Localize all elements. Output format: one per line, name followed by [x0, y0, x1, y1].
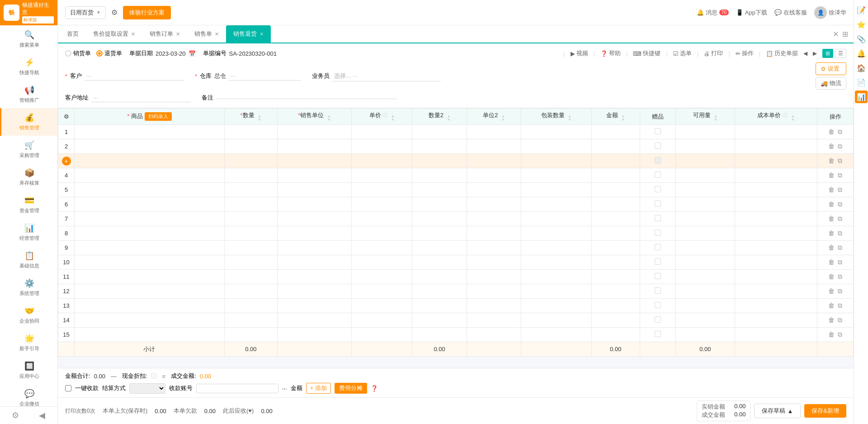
sidebar-item-system[interactable]: ⚙️系统管理	[0, 274, 57, 301]
gift-check-15[interactable]	[655, 331, 661, 337]
tab-home[interactable]: 首页	[60, 25, 86, 43]
copy-row-btn[interactable]: ⧉	[838, 215, 842, 222]
gift-check-4[interactable]	[655, 172, 661, 178]
settlement-select[interactable]	[129, 383, 165, 394]
copy-row-btn[interactable]: ⧉	[838, 244, 842, 251]
row-product-2[interactable]	[75, 139, 225, 154]
add-payment-btn[interactable]: + 添加	[306, 383, 331, 394]
delete-row-btn[interactable]: 🗑	[828, 172, 835, 179]
copy-row-btn[interactable]: ⧉	[838, 200, 842, 208]
row-product-5[interactable]	[75, 183, 225, 197]
add-row-btn[interactable]: +	[62, 157, 71, 166]
fee-split-btn[interactable]: 费用分摊	[335, 383, 367, 394]
sidebar-item-appstore[interactable]: 🔲应用中心	[0, 357, 57, 384]
gift-check-6[interactable]	[655, 200, 661, 207]
row-product-10[interactable]	[75, 255, 225, 270]
copy-row-btn[interactable]: ⧉	[838, 331, 842, 338]
delete-row-btn[interactable]: 🗑	[828, 331, 835, 338]
delete-row-btn[interactable]: 🗑	[828, 287, 835, 295]
settings-action-btn[interactable]: ⚙ 设置	[816, 62, 846, 75]
copy-row-btn[interactable]: ⧉	[838, 302, 842, 309]
category-select[interactable]: 日用百货 ▼	[65, 6, 106, 19]
row-product-15[interactable]	[75, 328, 225, 342]
copy-row-btn[interactable]: ⧉	[838, 316, 842, 324]
row-product-14[interactable]	[75, 313, 225, 328]
tab-close-sale-return[interactable]: ✕	[259, 31, 264, 37]
app-download-btn[interactable]: 📱 App下载	[736, 9, 767, 17]
gift-check-2[interactable]	[655, 143, 661, 149]
delete-row-btn[interactable]: 🗑	[828, 215, 835, 222]
experience-btn[interactable]: 体验行业方案	[123, 6, 171, 19]
copy-row-btn[interactable]: ⧉	[838, 229, 842, 237]
copy-row-btn[interactable]: ⧉	[838, 186, 842, 193]
sidebar-collapse-btn[interactable]: ◀	[31, 410, 54, 420]
delete-row-btn[interactable]: 🗑	[828, 302, 835, 309]
topbar-gear-btn[interactable]: ⚙	[111, 8, 118, 17]
delete-row-btn[interactable]: 🗑	[828, 229, 835, 237]
shortcut-btn[interactable]: ⌨ 快捷键	[633, 49, 660, 57]
tab-sale-price[interactable]: 售价提取设置✕	[86, 25, 142, 43]
list-view-btn[interactable]: ☰	[835, 49, 846, 58]
row-product-7[interactable]	[75, 212, 225, 226]
rs-btn-5[interactable]: 🏠	[855, 62, 868, 74]
th-settings[interactable]: ⚙	[58, 109, 75, 125]
sidebar-item-guide[interactable]: 🌟新手引导	[0, 329, 57, 357]
sidebar-item-purchase[interactable]: 🛒采购管理	[0, 136, 57, 163]
sidebar-item-finance[interactable]: 💳资金管理	[0, 191, 57, 219]
row-product-11[interactable]	[75, 270, 225, 284]
note-input[interactable]	[216, 97, 397, 99]
prev-btn[interactable]: ◀	[803, 50, 807, 57]
next-btn[interactable]: ▶	[813, 50, 817, 57]
online-service-btn[interactable]: 💬 在线客服	[774, 9, 807, 17]
copy-row-btn[interactable]: ⧉	[838, 143, 842, 150]
row-product-9[interactable]	[75, 241, 225, 255]
row-product-8[interactable]	[75, 226, 225, 241]
row-product-4[interactable]	[75, 168, 225, 183]
rs-btn-3[interactable]: 📎	[855, 33, 868, 45]
row-product-13[interactable]	[75, 299, 225, 313]
tab-sale-return[interactable]: 销售退货✕	[226, 25, 271, 43]
sidebar-item-sales[interactable]: 💰销售管理	[0, 108, 57, 136]
gift-check-7[interactable]	[655, 215, 661, 221]
sidebar-item-search[interactable]: 🔍搜索菜单	[0, 25, 57, 53]
gift-check-14[interactable]	[655, 316, 661, 323]
sidebar-item-wechat[interactable]: 💬企业微信	[0, 384, 57, 406]
sidebar-item-base[interactable]: 📋基础信息	[0, 246, 57, 274]
delete-row-btn[interactable]: 🗑	[828, 244, 835, 251]
gift-check-10[interactable]	[655, 258, 661, 265]
gift-check-8[interactable]	[655, 229, 661, 236]
gift-check-13[interactable]	[655, 302, 661, 308]
copy-row-btn[interactable]: ⧉	[838, 172, 842, 179]
copy-row-btn[interactable]: ⧉	[838, 273, 842, 280]
expand-tab-btn[interactable]: ⊞	[842, 30, 848, 38]
tab-sale-delivery[interactable]: 销售单✕	[187, 25, 226, 43]
copy-row-btn[interactable]: ⧉	[838, 287, 842, 295]
radio-sale[interactable]: 销货单	[65, 49, 91, 57]
close-tab-btn[interactable]: ✕	[833, 30, 839, 38]
delete-row-btn[interactable]: 🗑	[828, 157, 835, 164]
tab-close-sale-price[interactable]: ✕	[131, 31, 135, 37]
history-btn[interactable]: 📋 历史单据	[766, 49, 798, 57]
sidebar-item-operations[interactable]: 📊经营管理	[0, 219, 57, 246]
operate-btn[interactable]: ✏ 操作	[736, 49, 754, 57]
logistics-action-btn[interactable]: 🚚 物流	[816, 77, 846, 90]
tab-close-sale-delivery[interactable]: ✕	[215, 31, 219, 37]
help-btn[interactable]: ❓ 帮助	[600, 49, 621, 57]
gift-check-11[interactable]	[655, 273, 661, 279]
delete-row-btn[interactable]: 🗑	[828, 316, 835, 324]
select-btn[interactable]: ☑ 选单	[673, 49, 692, 57]
table-view-btn[interactable]: ⊞	[822, 49, 833, 58]
warehouse-input[interactable]: ···	[229, 71, 301, 81]
save-draft-btn[interactable]: 保存草稿 ▲	[754, 404, 801, 418]
tab-sale-order[interactable]: 销售订单✕	[142, 25, 187, 43]
calendar-icon[interactable]: 📅	[189, 50, 196, 57]
account-input[interactable]	[196, 384, 278, 393]
delete-row-btn[interactable]: 🗑	[828, 186, 835, 193]
rs-btn-2[interactable]: ⭐	[855, 18, 868, 31]
delete-row-btn[interactable]: 🗑	[828, 128, 835, 135]
scan-input-btn[interactable]: 扫码录入	[145, 112, 172, 121]
delete-row-btn[interactable]: 🗑	[828, 258, 835, 266]
sidebar-settings-btn[interactable]: ⚙	[4, 410, 27, 420]
staff-input[interactable]: 选择... ···	[332, 71, 441, 81]
rs-btn-6[interactable]: 📄	[855, 76, 868, 89]
